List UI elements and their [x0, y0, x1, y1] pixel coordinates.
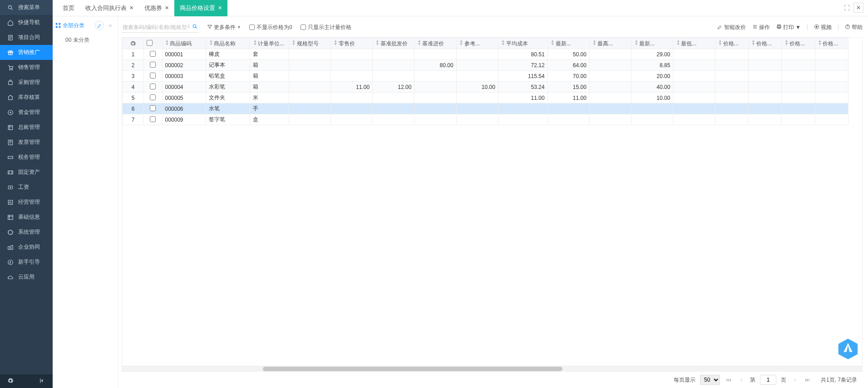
cell[interactable] [748, 71, 781, 82]
current-page-input[interactable] [760, 375, 776, 385]
search-input[interactable] [122, 22, 199, 33]
cell[interactable] [373, 93, 414, 103]
prev-page-button[interactable]: ‹ [737, 376, 745, 384]
column-header[interactable]: ▲▼最新... [631, 38, 673, 49]
cell[interactable] [782, 114, 815, 125]
cell[interactable] [289, 103, 330, 114]
row-checkbox[interactable] [144, 103, 162, 114]
cell[interactable] [815, 71, 848, 82]
column-header[interactable]: ▲▼价格... [748, 38, 781, 49]
column-header[interactable]: ▲▼最低... [673, 38, 715, 49]
cell[interactable] [715, 93, 748, 103]
table-row[interactable]: 6000006水笔手 [123, 103, 848, 114]
scrollbar-thumb[interactable] [263, 367, 562, 371]
tree-item[interactable]: 00 未分类 [55, 34, 115, 47]
tab-2[interactable]: 优惠券✕ [139, 0, 174, 16]
cell[interactable]: 12.00 [373, 82, 414, 93]
cell[interactable] [456, 103, 498, 114]
column-header[interactable]: ▲▼最高... [589, 38, 631, 49]
cell[interactable] [748, 82, 781, 93]
cell[interactable] [782, 82, 815, 93]
cell[interactable] [414, 49, 456, 60]
cell[interactable] [673, 60, 715, 71]
next-page-button[interactable]: › [791, 376, 799, 384]
cell[interactable] [815, 103, 848, 114]
cell[interactable] [330, 103, 372, 114]
cell[interactable] [589, 103, 631, 114]
cell[interactable] [673, 49, 715, 60]
row-checkbox[interactable] [144, 49, 162, 60]
cell[interactable] [289, 82, 330, 93]
cell[interactable] [373, 49, 414, 60]
cell[interactable] [715, 49, 748, 60]
cell[interactable]: 64.00 [547, 60, 589, 71]
cell[interactable] [456, 60, 498, 71]
cell[interactable] [673, 103, 715, 114]
cell[interactable]: 115.54 [498, 71, 547, 82]
cell[interactable]: 11.00 [330, 82, 372, 93]
cell[interactable] [373, 60, 414, 71]
table-row[interactable]: 2000002记事本箱80.0072.1264.008.85 [123, 60, 848, 71]
cell[interactable] [782, 60, 815, 71]
sidebar-item-6[interactable]: 库存核算 [0, 90, 53, 105]
sidebar-item-8[interactable]: 总账管理 [0, 120, 53, 135]
select-all-checkbox[interactable] [144, 38, 162, 49]
cell[interactable]: 11.00 [547, 93, 589, 103]
cell[interactable] [815, 82, 848, 93]
cell[interactable]: 000006 [162, 103, 206, 114]
cell[interactable]: 水笔 [206, 103, 250, 114]
cell[interactable]: 铅笔盒 [206, 71, 250, 82]
settings-icon[interactable] [7, 378, 14, 385]
cell[interactable] [782, 103, 815, 114]
cell[interactable] [414, 82, 456, 93]
cell[interactable]: 箱 [250, 71, 289, 82]
sidebar-item-13[interactable]: 经营管理 [0, 195, 53, 210]
edit-category-icon[interactable] [95, 21, 104, 30]
cell[interactable]: 手 [250, 103, 289, 114]
close-all-tabs-button[interactable]: ✕ [853, 3, 863, 13]
cell[interactable] [673, 82, 715, 93]
table-row[interactable]: 3000003铅笔盒箱115.5470.0020.00 [123, 71, 848, 82]
cell[interactable]: 箱 [250, 60, 289, 71]
column-settings-button[interactable] [123, 38, 144, 49]
cell[interactable] [815, 114, 848, 125]
sidebar-item-11[interactable]: 固定资产 [0, 165, 53, 180]
cell[interactable] [589, 49, 631, 60]
more-conditions-button[interactable]: 更多条件 ▼ [207, 24, 241, 31]
table-row[interactable]: 1000001橡皮套80.5150.0029.00 [123, 49, 848, 60]
sidebar-item-2[interactable]: 项目合同 [0, 30, 53, 45]
sidebar-item-14[interactable]: 基础信息 [0, 210, 53, 225]
cell[interactable] [748, 49, 781, 60]
cell[interactable] [715, 71, 748, 82]
hide-zero-checkbox[interactable]: 不显示价格为0 [249, 24, 292, 31]
cell[interactable] [748, 93, 781, 103]
cell[interactable] [673, 93, 715, 103]
cell[interactable] [782, 93, 815, 103]
column-header[interactable]: ▲▼价格... [782, 38, 815, 49]
horizontal-scrollbar[interactable] [122, 366, 863, 372]
cell[interactable]: 11.00 [498, 93, 547, 103]
cell[interactable] [715, 60, 748, 71]
cell[interactable] [631, 103, 673, 114]
print-button[interactable]: 打印 ▼ [776, 24, 801, 31]
table-row[interactable]: 7000009签字笔盒 [123, 114, 848, 125]
cell[interactable]: 80.51 [498, 49, 547, 60]
cell[interactable] [589, 114, 631, 125]
cell[interactable]: 签字笔 [206, 114, 250, 125]
cell[interactable] [373, 103, 414, 114]
cell[interactable] [289, 114, 330, 125]
first-page-button[interactable]: ⏮ [725, 376, 733, 384]
cell[interactable] [330, 114, 372, 125]
collapse-panel-icon[interactable]: « [106, 21, 115, 30]
sidebar-item-1[interactable]: 快捷导航 [0, 15, 53, 30]
close-icon[interactable]: ✕ [218, 5, 222, 11]
cell[interactable]: 15.00 [547, 82, 589, 93]
column-header[interactable]: ▲▼基准进价 [414, 38, 456, 49]
cell[interactable]: 72.12 [498, 60, 547, 71]
cell[interactable] [456, 93, 498, 103]
cell[interactable]: 000005 [162, 93, 206, 103]
table-row[interactable]: 4000004水彩笔箱11.0012.0010.0053.2415.0040.0… [123, 82, 848, 93]
cell[interactable] [456, 49, 498, 60]
cell[interactable]: 水彩笔 [206, 82, 250, 93]
smart-price-button[interactable]: 智能改价 [717, 24, 746, 31]
